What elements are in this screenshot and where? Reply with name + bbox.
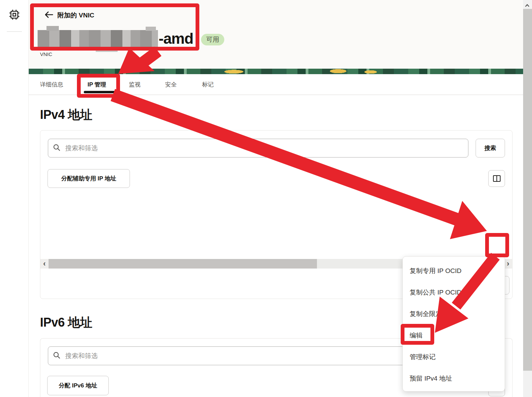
scrollbar-thumb[interactable] bbox=[523, 9, 532, 371]
menu-item-manage-tags[interactable]: 管理标记 bbox=[403, 346, 505, 368]
menu-item-copy-fqdn[interactable]: 复制全限定域名 bbox=[403, 303, 505, 325]
vnic-ip-management-page: 附加的 VNIC -amd 可用 VNIC 详细信息 IP 管理 监视 安全 标… bbox=[0, 0, 532, 397]
sidebar-divider bbox=[7, 31, 22, 32]
redacted-block bbox=[46, 26, 59, 31]
ipv4-search-box bbox=[48, 139, 468, 158]
menu-item-copy-public-ip-ocid[interactable]: 复制公共 IP OCID bbox=[403, 282, 505, 303]
browser-scrollbar[interactable] bbox=[523, 0, 532, 397]
ipv4-search-button[interactable]: 搜索 bbox=[476, 139, 505, 158]
ipv4-search-input[interactable] bbox=[65, 144, 463, 152]
page-title-suffix: -amd bbox=[159, 30, 193, 47]
menu-item-edit[interactable]: 编辑 bbox=[403, 325, 505, 346]
ipv6-section-heading: IPv6 地址 bbox=[40, 314, 92, 331]
redacted-block bbox=[96, 48, 118, 52]
redacted-block bbox=[146, 27, 156, 31]
status-badge: 可用 bbox=[201, 34, 224, 45]
tab-details[interactable]: 详细信息 bbox=[40, 74, 63, 95]
scroll-up-icon[interactable] bbox=[525, 3, 529, 7]
hscroll-left-icon[interactable]: ‹ bbox=[40, 259, 49, 269]
back-link-label[interactable]: 附加的 VNIC bbox=[57, 11, 94, 20]
tab-bar: 详细信息 IP 管理 监视 安全 标记 bbox=[29, 74, 523, 95]
active-tab-underline bbox=[84, 91, 116, 93]
ipv4-section-heading: IPv4 地址 bbox=[40, 107, 92, 123]
back-arrow-icon[interactable] bbox=[44, 11, 53, 20]
hscroll-thumb[interactable] bbox=[49, 259, 317, 269]
redacted-resource-name bbox=[38, 30, 158, 48]
row-actions-context-menu: 复制专用 IP OCID 复制公共 IP OCID 复制全限定域名 编辑 管理标… bbox=[402, 256, 505, 392]
menu-item-copy-private-ip-ocid[interactable]: 复制专用 IP OCID bbox=[403, 260, 505, 282]
assign-secondary-private-ip-button[interactable]: 分配辅助专用 IP 地址 bbox=[48, 169, 130, 188]
breadcrumb[interactable]: 附加的 VNIC bbox=[44, 11, 94, 20]
search-icon bbox=[53, 144, 61, 153]
left-sidebar bbox=[0, 0, 29, 397]
assign-ipv6-button[interactable]: 分配 IPv6 地址 bbox=[47, 376, 109, 395]
page-header: 附加的 VNIC -amd 可用 VNIC bbox=[29, 0, 523, 69]
tab-monitoring[interactable]: 监视 bbox=[129, 74, 141, 95]
decorative-banner bbox=[29, 69, 523, 74]
resource-type-label: VNIC bbox=[40, 51, 52, 57]
hscroll-right-icon[interactable]: › bbox=[504, 259, 512, 269]
menu-item-reserve-ipv4[interactable]: 预留 IPv4 地址 bbox=[403, 368, 505, 389]
tab-security[interactable]: 安全 bbox=[165, 74, 177, 95]
tab-tags[interactable]: 标记 bbox=[202, 74, 214, 95]
manage-columns-button[interactable] bbox=[488, 170, 505, 187]
compute-instance-icon[interactable] bbox=[9, 9, 20, 22]
search-icon bbox=[53, 352, 61, 360]
